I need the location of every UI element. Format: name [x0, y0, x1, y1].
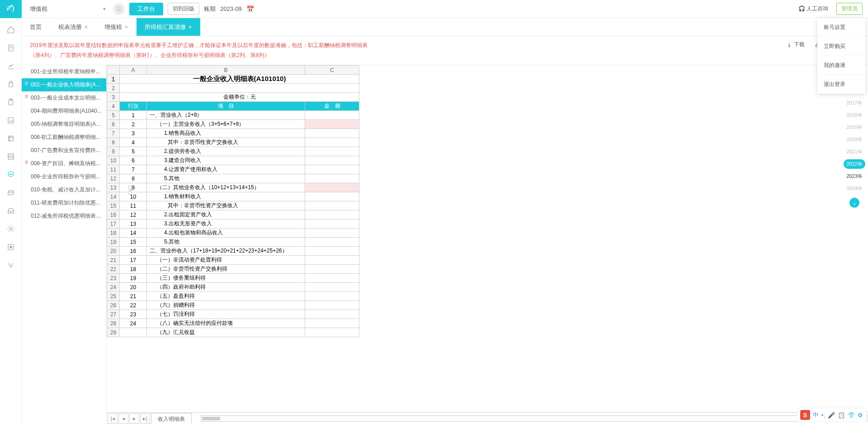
- year-pill[interactable]: 2018年: [844, 110, 865, 120]
- year-pill[interactable]: 2024年: [844, 184, 865, 193]
- ime-clip-icon[interactable]: 📋: [838, 412, 845, 419]
- sheet-nav-last[interactable]: ▸|: [140, 414, 150, 424]
- home-icon[interactable]: [6, 25, 15, 34]
- tree-item[interactable]: 007-广告费和业务宣传费跨...: [22, 144, 106, 157]
- top-bar: 增值税▾ ☰ 工作台 切到旧版 账期 2023-09 📅 🎧 人工咨询 管理员: [22, 0, 868, 18]
- year-pill[interactable]: 2020年: [844, 135, 865, 144]
- tree-item[interactable]: 006-职工薪酬纳税调整明细...: [22, 131, 106, 144]
- tax-type-select[interactable]: 增值税▾: [27, 5, 108, 13]
- ime-skin-icon[interactable]: 👕: [848, 412, 855, 419]
- clipboard-icon[interactable]: [6, 98, 15, 107]
- tax-icon[interactable]: [6, 170, 15, 179]
- page-tabs: 首页税表清册×增值税×所得税汇算清缴×: [22, 18, 868, 36]
- grid-icon[interactable]: [6, 152, 15, 161]
- tree-item[interactable]: 005-纳税调整项目明细表(A1...: [22, 118, 106, 131]
- v-icon[interactable]: [6, 261, 15, 270]
- sheet-tab[interactable]: 收入明细表: [151, 413, 192, 424]
- tree-item[interactable]: 012-减免所得税优惠明细表(...: [22, 210, 106, 223]
- tree-item[interactable]: 002-一般企业收入明细表(A1...: [22, 78, 106, 91]
- sheet-footer: |◂ ◂ ▸ ▸| 收入明细表: [107, 412, 868, 424]
- user-menu-item[interactable]: 我的邀请: [817, 56, 865, 75]
- spreadsheet[interactable]: ABC1一般企业收入明细表(A101010)23金额单位：元4行次项 目金 额5…: [107, 65, 868, 412]
- year-more-icon[interactable]: ⌄: [849, 198, 859, 208]
- user-menu-item[interactable]: 退出登录: [817, 75, 865, 94]
- close-icon[interactable]: ×: [125, 24, 128, 30]
- play-icon[interactable]: [6, 243, 15, 252]
- gear-icon[interactable]: [6, 224, 15, 233]
- bag-icon[interactable]: [6, 80, 15, 89]
- tab-增值税[interactable]: 增值税×: [96, 18, 137, 36]
- admin-button[interactable]: 管理员: [836, 3, 863, 15]
- year-pill[interactable]: 2019年: [844, 123, 865, 132]
- ime-tools-icon[interactable]: ⚙: [858, 412, 863, 419]
- tab-首页[interactable]: 首页: [22, 18, 50, 36]
- report-icon[interactable]: [6, 116, 15, 125]
- svg-rect-4: [8, 136, 13, 141]
- user-dropdown-menu: 账号设置立即购买我的邀请退出登录: [817, 18, 865, 94]
- tree-item[interactable]: 010-免税、减计收入及加计...: [22, 183, 106, 196]
- tree-item[interactable]: 001-企业所得税年度纳税申...: [22, 65, 106, 78]
- consult-link[interactable]: 🎧 人工咨询: [798, 5, 828, 13]
- ime-lang[interactable]: 中: [813, 411, 819, 419]
- tab-税表清册[interactable]: 税表清册×: [50, 18, 96, 36]
- warning-text: 2019年度涉及取以前年度结转数据的申报表单元格需要手工维护正确，才能保证本年及…: [30, 41, 373, 60]
- left-sidebar: [0, 0, 22, 424]
- template-icon[interactable]: [6, 134, 15, 143]
- svg-point-7: [9, 228, 12, 230]
- user-menu-item[interactable]: 账号设置: [817, 18, 865, 37]
- year-pill[interactable]: 2017年: [844, 98, 865, 108]
- doc-icon[interactable]: [6, 43, 15, 52]
- tree-item[interactable]: 008-资产折旧、摊销及纳税...: [22, 157, 106, 170]
- tab-所得税汇算清缴[interactable]: 所得税汇算清缴×: [137, 18, 200, 36]
- year-pill[interactable]: 2022年: [844, 159, 865, 169]
- ime-mic-icon[interactable]: 🎤: [828, 412, 835, 419]
- tree-item[interactable]: 003-一般企业成本支出明细...: [22, 91, 106, 105]
- user-menu-item[interactable]: 立即购买: [817, 37, 865, 56]
- sheet-nav-first[interactable]: |◂: [108, 414, 118, 424]
- form-tree: 001-企业所得税年度纳税申...002-一般企业收入明细表(A1...003-…: [22, 65, 107, 424]
- app-logo[interactable]: [0, 0, 22, 18]
- horizontal-scrollbar[interactable]: [201, 415, 868, 422]
- ime-punct[interactable]: •,: [821, 412, 825, 419]
- year-pill[interactable]: 2021年: [844, 147, 865, 157]
- tree-item[interactable]: 011-研发费用加计扣除优惠...: [22, 196, 106, 210]
- inbox-icon[interactable]: [6, 206, 15, 215]
- svg-rect-5: [8, 154, 14, 159]
- close-icon[interactable]: ×: [85, 24, 88, 30]
- period-value[interactable]: 2023-09: [220, 5, 242, 12]
- sheet-nav-next[interactable]: ▸: [129, 414, 139, 424]
- year-rail: 2016年2017年2018年2019年2020年2021年2022年2023年…: [844, 86, 865, 208]
- tree-item[interactable]: 004-期间费用明细表(A1040...: [22, 105, 106, 118]
- chevron-down-icon: ▾: [103, 6, 106, 12]
- svg-rect-6: [8, 191, 14, 195]
- close-icon[interactable]: ×: [189, 24, 192, 30]
- sheet-nav-prev[interactable]: ◂: [118, 414, 128, 424]
- switch-old-button[interactable]: 切到旧版: [168, 3, 199, 15]
- ime-toolbar[interactable]: S 中 •, 🎤 📋 👕 ⚙: [797, 408, 866, 422]
- chart-icon[interactable]: [6, 62, 15, 71]
- tree-item[interactable]: 009-企业所得税弥补亏损明...: [22, 170, 106, 183]
- period-label: 账期: [204, 5, 216, 13]
- workbench-button[interactable]: 工作台: [129, 3, 163, 15]
- download-button[interactable]: ⭳ 下载: [787, 41, 805, 48]
- resize-handle[interactable]: [128, 186, 132, 195]
- list-toggle-icon[interactable]: ☰: [113, 3, 125, 15]
- year-pill[interactable]: 2023年: [844, 172, 865, 181]
- ime-badge[interactable]: S: [800, 410, 810, 420]
- toolbar: 2019年度涉及取以前年度结转数据的申报表单元格需要手工维护正确，才能保证本年及…: [22, 36, 868, 65]
- card-icon[interactable]: [6, 188, 15, 197]
- calendar-icon[interactable]: 📅: [246, 5, 254, 13]
